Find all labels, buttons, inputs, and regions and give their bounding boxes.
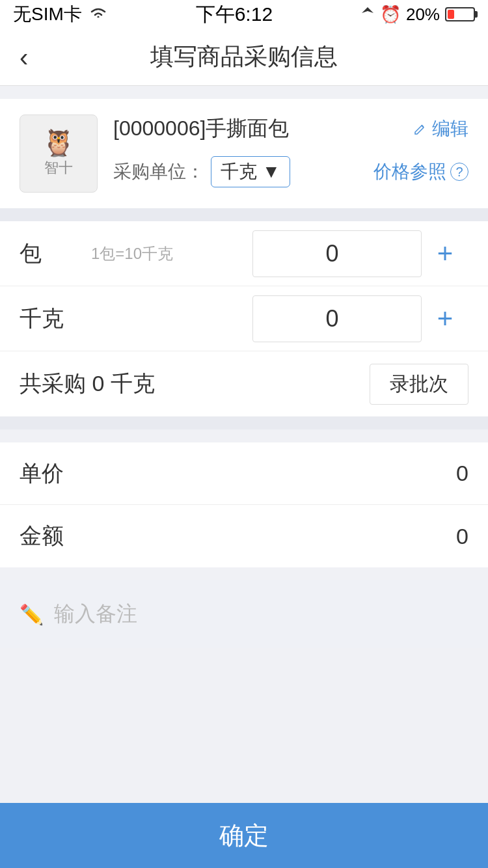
divider-2 — [0, 416, 488, 429]
kg-input-row: 千克 + — [0, 286, 488, 351]
product-thumb-label: 智十 — [44, 158, 73, 178]
divider-1 — [0, 208, 488, 221]
bag-plus-button[interactable]: + — [422, 230, 468, 277]
unit-price-row: 单价 0 — [0, 442, 488, 505]
product-unit-row: 采购单位： 千克 ▼ 价格参照 ? — [113, 156, 468, 187]
alarm-icon: ⏰ — [380, 5, 401, 25]
price-ref-label: 价格参照 — [373, 159, 446, 184]
bottom-spacer — [0, 648, 488, 726]
amount-value: 0 — [456, 524, 468, 549]
confirm-label: 确定 — [219, 819, 269, 852]
chevron-down-icon: ▼ — [262, 161, 280, 182]
product-name-row: [0000006]手撕面包 编辑 — [113, 115, 468, 143]
nav-bar: ‹ 填写商品采购信息 — [0, 29, 488, 86]
battery-percent: 20% — [406, 5, 440, 25]
product-owl-icon: 🦉 — [42, 129, 75, 156]
kg-control: + — [252, 295, 468, 342]
back-button[interactable]: ‹ — [20, 44, 28, 70]
status-right: ⏰ 20% — [360, 5, 475, 25]
input-section: 包 1包=10千克 + 千克 + — [0, 221, 488, 351]
question-icon: ? — [450, 163, 468, 181]
bag-label: 包 — [20, 239, 85, 269]
amount-row: 金额 0 — [0, 505, 488, 567]
price-section: 单价 0 金额 0 — [0, 442, 488, 567]
wifi-icon — [88, 4, 108, 25]
kg-plus-button[interactable]: + — [422, 295, 468, 342]
product-section: 🦉 智十 [0000006]手撕面包 编辑 采购单位： 千克 ▼ — [0, 99, 488, 208]
bag-control: + — [252, 230, 468, 277]
amount-label: 金额 — [20, 521, 64, 551]
page-title: 填写商品采购信息 — [150, 41, 338, 73]
bag-input-row: 包 1包=10千克 + — [0, 221, 488, 286]
note-placeholder: 输入备注 — [54, 600, 137, 629]
unit-label: 采购单位： — [113, 159, 204, 184]
bag-input[interactable] — [252, 230, 422, 277]
carrier-text: 无SIM卡 — [13, 2, 82, 27]
location-icon — [360, 5, 375, 25]
confirm-button[interactable]: 确定 — [0, 803, 488, 868]
summary-row: 共采购 0 千克 录批次 — [0, 351, 488, 416]
note-section[interactable]: ✏️ 输入备注 — [0, 580, 488, 648]
kg-label: 千克 — [20, 304, 85, 334]
unit-value: 千克 — [221, 159, 257, 184]
summary-text: 共采购 0 千克 — [20, 369, 155, 399]
price-ref-button[interactable]: 价格参照 ? — [373, 159, 468, 184]
kg-input[interactable] — [252, 295, 422, 342]
unit-select[interactable]: 千克 ▼ — [211, 156, 290, 187]
pencil-icon: ✏️ — [20, 603, 44, 626]
time-display: 下午6:12 — [196, 1, 273, 28]
unit-price-label: 单价 — [20, 459, 64, 489]
status-bar: 无SIM卡 下午6:12 ⏰ 20% — [0, 0, 488, 29]
status-left: 无SIM卡 — [13, 2, 108, 27]
unit-price-value: 0 — [456, 461, 468, 486]
batch-button[interactable]: 录批次 — [370, 364, 468, 405]
edit-button[interactable]: 编辑 — [413, 116, 468, 141]
product-thumbnail: 🦉 智十 — [20, 115, 98, 193]
edit-label: 编辑 — [432, 116, 468, 141]
product-info: [0000006]手撕面包 编辑 采购单位： 千克 ▼ 价格参照 ? — [113, 115, 468, 187]
battery-indicator — [445, 7, 475, 21]
product-name: [0000006]手撕面包 — [113, 115, 289, 143]
bag-sublabel: 1包=10千克 — [91, 243, 252, 264]
